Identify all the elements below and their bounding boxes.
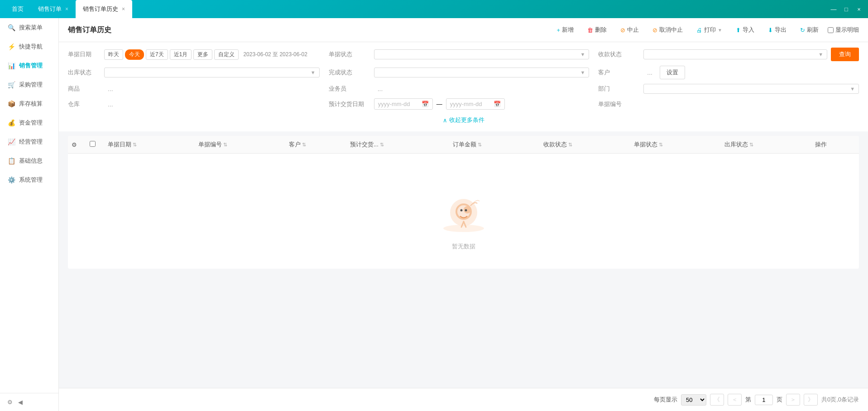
delivery-date-to-placeholder: yyyy-mm-dd [450, 101, 482, 107]
total-text: 共0页,0条记录 [821, 396, 859, 404]
sys-mgmt-icon: ⚙️ [7, 176, 15, 184]
setting-button[interactable]: 设置 [660, 66, 685, 79]
sidebar-item-inventory[interactable]: 📦 库存核算 [0, 94, 58, 113]
th-number[interactable]: 单据编号 ⇅ [195, 136, 285, 154]
date-custom-btn[interactable]: 自定义 [214, 49, 239, 60]
page-size-select[interactable]: 50 10 20 100 [681, 394, 706, 406]
empty-state: 暂无数据 [68, 154, 859, 269]
sidebar-item-operations[interactable]: 📈 经营管理 [0, 132, 58, 151]
query-button[interactable]: 查询 [831, 48, 859, 61]
date-more-btn[interactable]: 更多 [193, 49, 212, 60]
page-label: 页 [777, 396, 782, 404]
window-maximize-icon[interactable]: □ [842, 5, 851, 14]
sidebar-item-quick-nav[interactable]: ⚡ 快捷导航 [0, 37, 58, 56]
sidebar-item-search-menu[interactable]: 🔍 搜索菜单 [0, 18, 58, 37]
delete-button[interactable]: 🗑 删除 [583, 24, 611, 36]
date-yesterday-btn[interactable]: 昨天 [104, 49, 123, 60]
complete-status-arrow-icon: ▼ [580, 70, 585, 75]
tab-home[interactable]: 首页 [5, 0, 31, 18]
th-receive-status-label: 收款状态 [543, 140, 567, 149]
th-order-status[interactable]: 单据状态 ⇅ [630, 136, 721, 154]
th-delivery-date[interactable]: 预计交货... ⇅ [346, 136, 449, 154]
delete-icon: 🗑 [587, 27, 593, 34]
sidebar-item-sales-mgmt[interactable]: 📊 销售管理 [0, 56, 58, 75]
product-dots-btn[interactable]: ... [104, 84, 117, 93]
sidebar-item-sales-mgmt-label: 销售管理 [19, 62, 43, 70]
receive-status-select[interactable]: ▼ [643, 49, 827, 59]
outbound-status-select[interactable]: ▼ [104, 68, 320, 77]
th-amount[interactable]: 订单金额 ⇅ [449, 136, 540, 154]
sidebar-collapse-icon[interactable]: ◀ [18, 399, 23, 406]
date-today-btn[interactable]: 今天 [125, 49, 144, 60]
next-page-button[interactable]: ＞ [786, 394, 800, 406]
tab-sales-order-history-close[interactable]: × [122, 6, 125, 12]
window-close-icon[interactable]: — [829, 5, 838, 14]
show-detail-checkbox[interactable] [828, 27, 834, 33]
delivery-date-to[interactable]: yyyy-mm-dd 📅 [446, 98, 505, 110]
empty-illustration [436, 190, 491, 235]
current-page-input[interactable]: 1 [755, 395, 773, 405]
cancel-stop-icon: ⊘ [652, 27, 657, 34]
th-settings[interactable]: ⚙ [68, 136, 86, 154]
delivery-date-from[interactable]: yyyy-mm-dd 📅 [374, 98, 433, 110]
th-outbound-status[interactable]: 出库状态 ⇅ [721, 136, 811, 154]
date-1month-btn[interactable]: 近1月 [170, 49, 192, 60]
tab-sales-order-history[interactable]: 销售订单历史 × [76, 0, 132, 18]
new-button[interactable]: + 新增 [552, 24, 579, 36]
th-date-label: 单据日期 [108, 140, 131, 149]
collapse-label: 收起更多条件 [449, 116, 484, 124]
filter-row-3: 商品 ... 业务员 ... 部门 ▼ [68, 84, 859, 94]
import-label: 导入 [743, 26, 754, 34]
print-button[interactable]: 🖨 打印 ▼ [692, 24, 727, 36]
main-layout: 🔍 搜索菜单 ⚡ 快捷导航 📊 销售管理 🛒 采购管理 📦 库存核算 💰 资金管… [0, 18, 868, 411]
sidebar-item-finance[interactable]: 💰 资金管理 [0, 113, 58, 132]
order-status-select[interactable]: ▼ [374, 49, 590, 59]
th-date[interactable]: 单据日期 ⇅ [104, 136, 195, 154]
filter-row-2: 出库状态 ▼ 完成状态 ▼ 客户 [68, 66, 859, 79]
complete-status-select[interactable]: ▼ [374, 68, 590, 77]
delivery-date-from-placeholder: yyyy-mm-dd [378, 101, 410, 107]
date-label: 单据日期 [68, 50, 104, 58]
show-detail-checkbox-label[interactable]: 显示明细 [828, 26, 859, 34]
sidebar-item-base-info[interactable]: 📋 基础信息 [0, 151, 58, 170]
sidebar-item-sys-mgmt[interactable]: ⚙️ 系统管理 [0, 170, 58, 189]
empty-text: 暂无数据 [452, 242, 475, 251]
content: 销售订单历史 + 新增 🗑 删除 ⊘ 中止 ⊘ [59, 18, 868, 411]
sidebar-item-purchase-mgmt[interactable]: 🛒 采购管理 [0, 75, 58, 94]
customer-dots-btn[interactable]: ... [643, 68, 656, 77]
department-select[interactable]: ▼ [643, 84, 859, 94]
th-customer[interactable]: 客户 ⇅ [285, 136, 346, 154]
export-button[interactable]: ⬇ 导出 [763, 24, 791, 36]
delivery-date-label: 预计交货日期 [329, 100, 365, 108]
th-checkbox[interactable] [86, 136, 104, 154]
outbound-status-label: 出库状态 [68, 68, 104, 77]
date-range-separator: — [436, 101, 442, 107]
tab-sales-order[interactable]: 销售订单 × [31, 0, 76, 18]
cancel-stop-button[interactable]: ⊘ 取消中止 [648, 24, 687, 36]
prev-page-button[interactable]: ＜ [728, 394, 742, 406]
import-button[interactable]: ⬆ 导入 [731, 24, 759, 36]
salesman-dots-btn[interactable]: ... [374, 84, 387, 93]
warehouse-dots-btn[interactable]: ... [104, 100, 117, 109]
th-receive-status[interactable]: 收款状态 ⇅ [540, 136, 630, 154]
tab-home-label: 首页 [12, 5, 24, 13]
tab-area: 首页 销售订单 × 销售订单历史 × [5, 0, 829, 18]
table-container: ⚙ 单据日期 ⇅ 单据编号 [59, 131, 868, 388]
th-customer-sort-icon: ⇅ [302, 142, 306, 148]
refresh-button[interactable]: ↻ 刷新 [796, 24, 823, 36]
tab-sales-order-close[interactable]: × [65, 6, 68, 12]
th-actions-label: 操作 [815, 141, 827, 148]
table-settings-icon[interactable]: ⚙ [72, 141, 77, 148]
sales-mgmt-icon: 📊 [7, 62, 15, 69]
delete-label: 删除 [595, 26, 607, 34]
date-7days-btn[interactable]: 近7天 [146, 49, 168, 60]
collapse-row[interactable]: ∧ 收起更多条件 [68, 114, 859, 126]
window-x-icon[interactable]: × [854, 5, 863, 14]
sidebar-item-inventory-label: 库存核算 [19, 100, 43, 108]
stop-button[interactable]: ⊘ 中止 [616, 24, 643, 36]
sidebar-settings-icon[interactable]: ⚙ [7, 399, 13, 406]
last-page-button[interactable]: 》 [804, 394, 818, 406]
table-body: 暂无数据 [68, 154, 859, 269]
first-page-button[interactable]: 《 [710, 394, 724, 406]
select-all-checkbox[interactable] [90, 141, 96, 147]
